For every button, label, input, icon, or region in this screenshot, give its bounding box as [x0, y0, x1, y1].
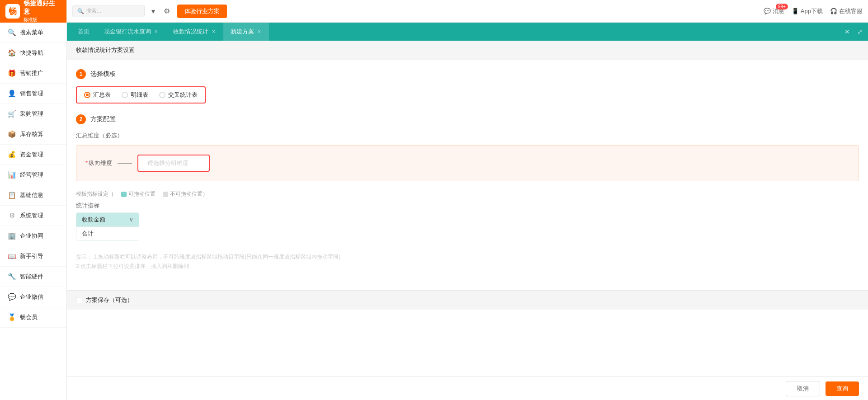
- metrics-header-row[interactable]: 收款金额 ∨: [76, 213, 139, 226]
- sidebar-item-wechat[interactable]: 💬 企业微信: [0, 287, 66, 307]
- header-search-box[interactable]: 🔍 搜索...: [72, 5, 145, 17]
- message-count: 99+: [776, 4, 788, 9]
- fixed-indicator: [163, 192, 168, 197]
- tab-maximize-window[interactable]: ⤢: [855, 26, 864, 37]
- template-option-summary[interactable]: 汇总表: [84, 91, 111, 99]
- trial-industry-button[interactable]: 体验行业方案: [177, 5, 227, 18]
- radio-summary[interactable]: [84, 92, 90, 98]
- sidebar-item-newguide[interactable]: 📖 新手引导: [0, 246, 66, 267]
- template-detail-label: 明细表: [131, 91, 148, 99]
- plan-save-section: 方案保存（可选）: [67, 290, 868, 310]
- sidebar-item-quicknav[interactable]: 🏠 快捷导航: [0, 43, 66, 63]
- save-label: 方案保存（可选）: [86, 296, 133, 304]
- tab-receivables[interactable]: 收款情况统计 ×: [166, 23, 223, 41]
- tab-home[interactable]: 首页: [71, 23, 97, 41]
- sidebar-item-member[interactable]: 🏅 畅会员: [0, 307, 66, 328]
- step1-label: 选择模板: [90, 70, 116, 78]
- marketing-icon: 🎁: [7, 69, 16, 78]
- sidebar-marketing-label: 营销推广: [20, 69, 43, 77]
- metrics-section: 模板指标设定（ 可拖动位置 不可拖动位置）: [76, 190, 859, 242]
- sales-icon: 👤: [7, 89, 16, 98]
- tab-newplan-label: 新建方案: [231, 28, 254, 36]
- sidebar-basic-label: 基础信息: [20, 191, 43, 199]
- radio-detail[interactable]: [122, 92, 128, 98]
- sidebar-item-marketing[interactable]: 🎁 营销推广: [0, 63, 66, 84]
- sidebar-item-search[interactable]: 🔍 搜索菜单: [0, 23, 66, 43]
- sidebar-inventory-label: 库存核算: [20, 130, 43, 138]
- search-placeholder-text: 搜索...: [86, 7, 101, 15]
- sidebar-item-finance[interactable]: 💰 资金管理: [0, 145, 66, 165]
- legend-fixed: 不可拖动位置）: [163, 190, 208, 198]
- breadcrumb-text: 收款情况统计方案设置: [76, 47, 135, 53]
- step2-section: 2 方案配置 汇总维度（必选） *纵向维度 —— 请选择分组维度: [76, 114, 859, 270]
- message-icon: 💬: [764, 8, 771, 14]
- dimension-config-title: 汇总维度（必选）: [76, 132, 859, 140]
- basic-icon: 📋: [7, 191, 16, 200]
- sidebar-item-enterprise[interactable]: 🏢 企业协同: [0, 226, 66, 246]
- tab-bar: 首页 现金银行流水查询 × 收款情况统计 × 新建方案 × ✕ ⤢: [67, 23, 868, 41]
- header-gear-icon[interactable]: ⚙: [162, 5, 172, 17]
- main-area: 🔍 搜索... ▼ ⚙ 体验行业方案 💬 消息 99+ 📱 App下载 🎧 在线…: [67, 0, 868, 400]
- sidebar-item-operation[interactable]: 📊 经营管理: [0, 165, 66, 185]
- sidebar-item-sales[interactable]: 👤 销售管理: [0, 84, 66, 104]
- query-button[interactable]: 查询: [826, 381, 859, 396]
- sidebar-item-purchase[interactable]: 🛒 采购管理: [0, 104, 66, 124]
- tab-cashflow[interactable]: 现金银行流水查询 ×: [97, 23, 166, 41]
- sidebar-newguide-label: 新手引导: [20, 252, 43, 260]
- tab-home-label: 首页: [78, 28, 90, 36]
- form-body: 1 选择模板 汇总表 明细表: [67, 60, 868, 290]
- sidebar-sales-label: 销售管理: [20, 89, 43, 98]
- sidebar-logo: 畅 畅捷通好生意 标准版: [0, 0, 66, 23]
- finance-icon: 💰: [7, 150, 16, 159]
- tab-receivables-label: 收款情况统计: [173, 28, 208, 36]
- online-service-link[interactable]: 🎧 在线客服: [830, 7, 863, 15]
- dimension-row: *纵向维度 —— 请选择分组维度: [85, 155, 849, 172]
- sidebar-system-label: 系统管理: [20, 212, 43, 220]
- template-option-detail[interactable]: 明细表: [122, 91, 148, 99]
- page-breadcrumb: 收款情况统计方案设置: [67, 41, 868, 60]
- system-icon: ⚙: [7, 211, 16, 220]
- dimension-selector[interactable]: 请选择分组维度: [137, 155, 210, 172]
- metrics-chevron-icon[interactable]: ∨: [129, 216, 133, 223]
- sidebar-operation-label: 经营管理: [20, 171, 43, 179]
- tab-close-window[interactable]: ✕: [843, 26, 852, 37]
- edition-label: 标准版: [24, 17, 61, 23]
- wechat-icon: 💬: [7, 292, 16, 301]
- header-dropdown-icon[interactable]: ▼: [148, 6, 158, 17]
- draggable-label: 可拖动位置: [128, 190, 156, 198]
- metrics-setting-text: 模板指标设定（: [76, 190, 114, 198]
- sidebar-item-inventory[interactable]: 📦 库存核算: [0, 124, 66, 145]
- sidebar-hardware-label: 智能硬件: [20, 273, 43, 281]
- metrics-col-label: 收款金额: [82, 216, 105, 224]
- tab-newplan[interactable]: 新建方案 ×: [223, 23, 269, 41]
- logo-icon: 畅: [5, 4, 20, 19]
- sidebar-item-hardware[interactable]: 🔧 智能硬件: [0, 267, 66, 287]
- sidebar-quicknav-label: 快捷导航: [20, 49, 43, 57]
- header: 🔍 搜索... ▼ ⚙ 体验行业方案 💬 消息 99+ 📱 App下载 🎧 在线…: [67, 0, 868, 23]
- hints-section: 提示： 1.拖动标题栏可以调整布局，不可跨维度或指标区域拖动目字段(只能在同一维…: [76, 253, 859, 270]
- sidebar-item-system[interactable]: ⚙ 系统管理: [0, 206, 66, 226]
- download-label: App下载: [801, 7, 823, 15]
- step2-label: 方案配置: [90, 115, 116, 123]
- template-option-cross[interactable]: 交叉统计表: [159, 91, 198, 99]
- plan-config: 汇总维度（必选） *纵向维度 —— 请选择分组维度: [76, 132, 859, 270]
- header-right: 💬 消息 99+ 📱 App下载 🎧 在线客服: [764, 7, 863, 15]
- draggable-indicator: [121, 192, 127, 197]
- message-badge[interactable]: 💬 消息 99+: [764, 7, 784, 15]
- cancel-button[interactable]: 取消: [786, 381, 820, 396]
- tab-newplan-close[interactable]: ×: [257, 28, 262, 36]
- save-checkbox[interactable]: [76, 297, 82, 303]
- purchase-icon: 🛒: [7, 109, 16, 118]
- sidebar-item-basic[interactable]: 📋 基础信息: [0, 185, 66, 206]
- download-icon: 📱: [792, 8, 799, 14]
- app-download-link[interactable]: 📱 App下载: [792, 7, 823, 15]
- tab-cashflow-close[interactable]: ×: [154, 28, 159, 36]
- radio-cross[interactable]: [159, 92, 165, 98]
- fixed-label: 不可拖动位置）: [170, 190, 208, 198]
- template-summary-label: 汇总表: [93, 91, 111, 99]
- tab-receivables-close[interactable]: ×: [211, 28, 216, 36]
- sidebar-purchase-label: 采购管理: [20, 110, 43, 118]
- hint-1: 提示： 1.拖动标题栏可以调整布局，不可跨维度或指标区域拖动目字段(只能在同一维…: [76, 253, 859, 261]
- metrics-table: 收款金额 ∨ 合计: [76, 212, 139, 241]
- enterprise-icon: 🏢: [7, 231, 16, 240]
